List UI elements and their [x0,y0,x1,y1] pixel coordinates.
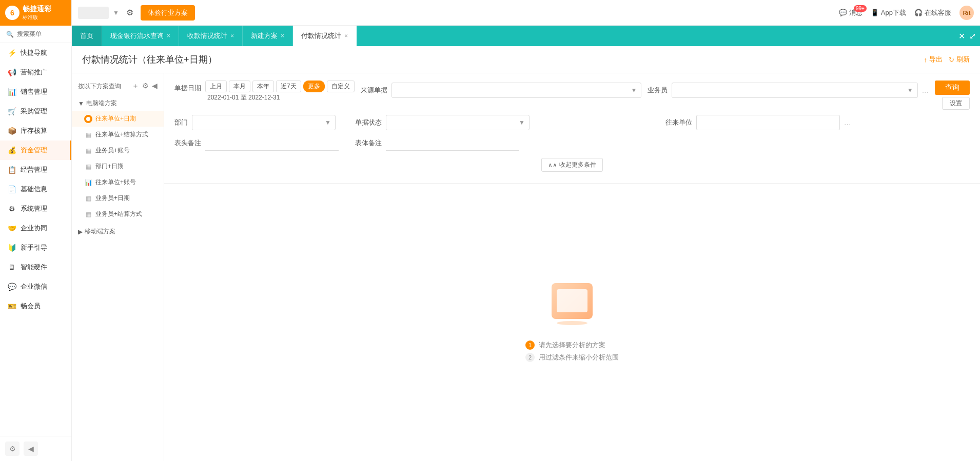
left-panel-title: 按以下方案查询 [78,82,121,91]
scheme-unit-settle[interactable]: ▦ 往来单位+结算方式 [72,127,164,143]
date-btn-last-7days[interactable]: 近7天 [276,81,301,92]
scheme-unit-date[interactable]: 往来单位+日期 [72,111,164,127]
scheme-salesman-account[interactable]: ▦ 业务员+账号 [72,143,164,158]
doc-status-select[interactable]: ▼ [386,115,530,130]
page-actions: ↑ 导出 ↻ 刷新 [924,55,970,64]
online-service-btn[interactable]: 🎧 在线客服 [914,8,951,17]
dept-select[interactable]: ▼ [192,115,336,130]
sidebar-item-purchase[interactable]: 🛒 采购管理 [0,102,71,121]
date-btn-last-month[interactable]: 上月 [205,81,227,92]
sidebar-item-guide[interactable]: 🔰 新手引导 [0,238,71,257]
refresh-btn[interactable]: ↻ 刷新 [949,55,970,64]
export-label: 导出 [929,55,943,64]
main-area: ▼ ⚙ 体验行业方案 💬 消息 99+ 📱 App下载 🎧 在线客服 Rit [72,0,980,461]
scheme-unit-account[interactable]: 📊 往来单位+账号 [72,174,164,190]
sidebar-item-operation[interactable]: 📋 经营管理 [0,160,71,179]
tab-receipt-stat-close[interactable]: × [230,32,234,39]
scheme-chart-icon: 📊 [84,178,92,187]
filter-area: 单据日期 上月 本月 本年 近7天 更多 自定义 2022-01-01 至 20… [164,73,980,184]
source-doc-select[interactable]: ▼ [391,83,642,98]
collapse-bar: ∧∧ 收起更多条件 [174,154,970,176]
sidebar-item-system[interactable]: ⚙ 系统管理 [0,199,71,218]
dept-label: 部门 [174,118,188,127]
sidebar-item-member[interactable]: 🎫 畅会员 [0,296,71,316]
settings-gear-btn[interactable]: ⚙ [124,6,135,19]
app-download-btn[interactable]: 📱 App下载 [871,8,906,17]
date-btn-more[interactable]: 更多 [303,81,325,92]
mobile-scheme-group-header[interactable]: ▶ 移动端方案 [72,224,164,239]
account-dropdown-arrow[interactable]: ▼ [113,9,119,16]
scheme-dept-date[interactable]: ▦ 部门+日期 [72,158,164,174]
mobile-icon: 📱 [871,9,879,16]
table-header-note-input[interactable] [205,135,339,151]
settings-button[interactable]: 设置 [942,97,970,110]
empty-screen [557,289,587,312]
collapse-sidebar-btn[interactable]: ◀ [24,442,38,456]
tab-home[interactable]: 首页 [72,26,102,46]
sidebar-item-enterprise[interactable]: 🤝 企业协同 [0,218,71,238]
manage-scheme-btn[interactable]: ⚙ [142,82,149,91]
settings-bottom-btn[interactable]: ⚙ [5,442,19,456]
sidebar-item-inventory[interactable]: 📦 库存核算 [0,121,71,141]
export-btn[interactable]: ↑ 导出 [924,55,943,64]
date-btn-this-year[interactable]: 本年 [252,81,274,92]
desktop-scheme-group-header[interactable]: ▼ 电脑端方案 [72,96,164,111]
sidebar-item-hardware-label: 智能硬件 [21,263,47,272]
member-icon: 🎫 [7,302,16,311]
sidebar-item-wechat[interactable]: 💬 企业微信 [0,277,71,296]
tab-cashflow[interactable]: 现金银行流水查询 × [102,26,179,46]
scheme-salesman-settle[interactable]: ▦ 业务员+结算方式 [72,206,164,222]
app-logo: 6 畅捷通彩 标准版 [0,0,71,26]
sidebar-item-hardware[interactable]: 🖥 智能硬件 [0,257,71,277]
desktop-scheme-group: ▼ 电脑端方案 往来单位+日期 ▦ 往来单位+结算方式 ▦ 业务员+账号 [72,96,164,222]
empty-tip-2: 2 用过滤条件来缩小分析范围 [525,353,619,362]
tab-cashflow-close[interactable]: × [167,32,170,39]
tab-new-scheme[interactable]: 新建方案 × [243,26,293,46]
scheme-table-icon-2: ▦ [84,147,92,155]
partner-select[interactable] [696,115,840,130]
date-btn-this-month[interactable]: 本月 [229,81,250,92]
tab-payment-stat-close[interactable]: × [344,32,348,39]
tab-cashflow-label: 现金银行流水查询 [110,31,164,41]
scheme-salesman-account-label: 业务员+账号 [95,146,130,155]
close-all-btn[interactable]: ✕ [958,31,965,41]
sidebar-item-basic-info[interactable]: 📄 基础信息 [0,179,71,199]
service-icon: 🎧 [914,9,923,16]
scheme-salesman-date[interactable]: ▦ 业务员+日期 [72,190,164,206]
salesman-ellipsis[interactable]: ... [922,86,929,95]
query-button[interactable]: 查询 [935,81,970,95]
sidebar-item-quick-nav[interactable]: ⚡ 快捷导航 [0,43,71,63]
date-btn-custom[interactable]: 自定义 [327,81,355,92]
salesman-select[interactable]: ▼ [672,83,917,98]
table-body-note-input[interactable] [386,135,519,151]
sidebar-item-capital[interactable]: 💰 资金管理 [0,141,71,160]
source-doc-arrow: ▼ [631,87,637,94]
topbar: ▼ ⚙ 体验行业方案 💬 消息 99+ 📱 App下载 🎧 在线客服 Rit [72,0,980,26]
add-scheme-btn[interactable]: ＋ [132,82,139,91]
marketing-icon: 📢 [7,68,16,77]
tab-receipt-stat[interactable]: 收款情况统计 × [179,26,243,46]
collapse-more-btn[interactable]: ∧∧ 收起更多条件 [541,158,603,172]
empty-shadow [557,321,587,325]
sidebar-item-marketing[interactable]: 📢 营销推广 [0,63,71,82]
tab-payment-stat[interactable]: 付款情况统计 × [293,26,357,46]
collapse-label: 收起更多条件 [559,161,596,169]
scheme-salesman-date-label: 业务员+日期 [95,194,130,203]
search-menu-item[interactable]: 🔍 搜索菜单 [0,26,71,43]
collapse-panel-btn[interactable]: ◀ [152,82,158,91]
scheme-dept-date-label: 部门+日期 [95,162,124,171]
message-btn[interactable]: 💬 消息 99+ [839,8,863,17]
left-panel-icons: ＋ ⚙ ◀ [132,82,158,91]
sidebar-item-sales[interactable]: 📊 销售管理 [0,82,71,102]
trial-btn[interactable]: 体验行业方案 [141,5,195,21]
maximize-btn[interactable]: ⤢ [969,31,976,41]
tab-new-scheme-close[interactable]: × [281,32,284,39]
partner-ellipsis[interactable]: ... [844,118,851,127]
search-icon: 🔍 [6,31,14,38]
account-selector[interactable]: ▼ [78,7,119,19]
search-menu-label: 搜索菜单 [17,30,42,38]
user-avatar[interactable]: Rit [959,6,974,20]
doc-status-arrow: ▼ [519,119,525,126]
sidebar-item-basic-info-label: 基础信息 [21,185,47,194]
enterprise-icon: 🤝 [7,224,16,233]
